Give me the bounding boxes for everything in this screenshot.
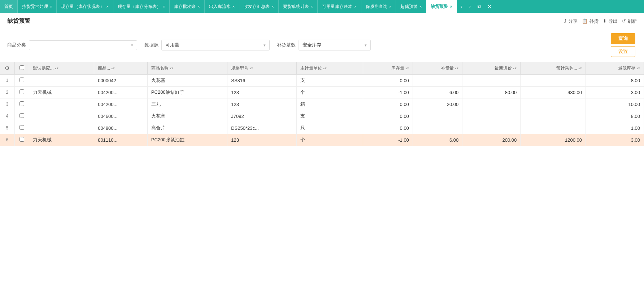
cell-spec: SS816 — [227, 75, 297, 87]
th-check — [14, 62, 29, 75]
tab-home[interactable]: 首页 — [0, 0, 18, 13]
th-goods-name[interactable]: 商品名称 ▴▾ — [147, 62, 227, 75]
category-label: 商品分类 — [7, 42, 26, 48]
query-button[interactable]: 查询 — [611, 33, 635, 44]
cell-checkbox[interactable] — [14, 98, 29, 110]
export-label: 导出 — [608, 18, 618, 25]
th-stock[interactable]: 库存量 ▴▾ — [363, 62, 413, 75]
select-all-checkbox[interactable] — [19, 65, 24, 70]
cell-replenish-qty — [413, 75, 462, 87]
cell-stock: 0.00 — [363, 98, 413, 110]
cell-spec: J7092 — [227, 110, 297, 122]
tab-close-rs[interactable]: × — [271, 5, 274, 9]
cell-spec: 123 — [227, 87, 297, 98]
tab-next-button[interactable]: › — [466, 0, 474, 13]
cell-checkbox[interactable] — [14, 75, 29, 87]
tab-close-iof[interactable]: × — [232, 5, 235, 9]
tab-close-css[interactable]: × — [106, 5, 108, 9]
cell-stock: 0.00 — [363, 122, 413, 134]
tab-close-all-button[interactable]: ✕ — [484, 0, 495, 13]
th-spec[interactable]: 规格型号 ▴▾ — [227, 62, 297, 75]
tab-prev-button[interactable]: ‹ — [457, 0, 466, 13]
tab-in-out-flow[interactable]: 出入库流水 × — [205, 0, 239, 13]
replenish-base-chevron-icon: ▾ — [365, 43, 367, 48]
th-latest-price[interactable]: 最新进价 ▴▾ — [462, 62, 521, 75]
tab-batch-account[interactable]: 库存批次账 × — [170, 0, 204, 13]
tab-current-stock-dist[interactable]: 现存量（库存分布表） × — [113, 0, 170, 13]
table-header-row: ⚙ 默认供应... ▴▾ 商品... ▴▾ — [0, 62, 644, 75]
cell-goods-code: 004200... — [94, 98, 148, 110]
cell-checkbox[interactable] — [14, 134, 29, 146]
cell-checkbox[interactable] — [14, 122, 29, 134]
th-default-supplier[interactable]: 默认供应... ▴▾ — [29, 62, 94, 75]
th-min-stock[interactable]: 最低库存 ▴▾ — [586, 62, 644, 75]
row-checkbox[interactable] — [19, 89, 24, 94]
cell-supplier — [29, 110, 94, 122]
tab-order-stats[interactable]: 要货单统计表 × — [279, 0, 318, 13]
th-goods-code[interactable]: 商品... ▴▾ — [94, 62, 148, 75]
cell-est-purchase — [521, 98, 586, 110]
tab-restore-button[interactable]: ⧉ — [474, 0, 484, 13]
action-buttons: 查询 设置 — [611, 33, 637, 57]
category-chevron-icon: ▾ — [131, 43, 133, 48]
cell-replenish-qty: 6.00 — [413, 87, 462, 98]
header-actions: ⤴ 分享 📋 补货 ⬇ 导出 ↺ 刷新 — [564, 18, 637, 25]
sort-unit-icon: ▴▾ — [323, 67, 327, 70]
cell-min-stock: 8.00 — [586, 75, 644, 87]
tab-close-al[interactable]: × — [354, 5, 356, 9]
tab-close-csd[interactable]: × — [163, 5, 165, 9]
row-checkbox[interactable] — [19, 78, 24, 82]
tab-close-ow[interactable]: × — [419, 5, 422, 9]
tab-receive-summary[interactable]: 收发存汇总表 × — [239, 0, 278, 13]
cell-min-stock: 1.00 — [586, 122, 644, 134]
row-checkbox[interactable] — [19, 113, 24, 118]
tab-expiry-query[interactable]: 保质期查询 × — [361, 0, 396, 13]
th-unit[interactable]: 主计量单位 ▴▾ — [296, 62, 363, 75]
tab-available-ledger[interactable]: 可用量库存账本 × — [318, 0, 361, 13]
export-icon: ⬇ — [603, 18, 607, 24]
cell-latest-price: 200.00 — [462, 134, 521, 146]
cell-replenish-qty: 20.00 — [413, 98, 462, 110]
cell-checkbox[interactable] — [14, 110, 29, 122]
datasource-select[interactable]: 可用量 ▾ — [161, 40, 270, 50]
tab-close-ba[interactable]: × — [197, 5, 200, 9]
row-checkbox[interactable] — [19, 125, 24, 130]
export-action[interactable]: ⬇ 导出 — [603, 18, 618, 25]
sort-supplier-icon: ▴▾ — [55, 67, 58, 70]
refresh-action[interactable]: ↺ 刷新 — [622, 18, 637, 25]
cell-supplier: 力天机械 — [29, 87, 94, 98]
cell-row-num: 4 — [0, 110, 14, 122]
row-checkbox[interactable] — [19, 101, 24, 106]
category-select[interactable]: ▾ — [29, 40, 137, 50]
share-action[interactable]: ⤴ 分享 — [564, 18, 578, 25]
replenish-base-select[interactable]: 安全库存 ▾ — [299, 40, 371, 50]
cell-spec: 123 — [227, 98, 297, 110]
th-est-purchase[interactable]: 预计采购... ▴▾ — [521, 62, 586, 75]
replenish-action[interactable]: 📋 补货 — [582, 18, 599, 25]
row-checkbox[interactable] — [19, 137, 24, 142]
sort-replenish-icon: ▴▾ — [455, 67, 458, 70]
sort-price-icon: ▴▾ — [513, 67, 517, 70]
tab-overstock-warning[interactable]: 超储预警 × — [396, 0, 426, 13]
settings-button[interactable]: 设置 — [611, 46, 635, 57]
tab-defect-processing[interactable]: 拣货异常处理 × — [18, 0, 57, 13]
cell-stock: -1.00 — [363, 134, 413, 146]
cell-goods-name: 离合片 — [147, 122, 227, 134]
tab-close-sw[interactable]: × — [450, 5, 452, 9]
cell-row-num: 5 — [0, 122, 14, 134]
cell-min-stock: 8.00 — [586, 110, 644, 122]
filter-group-datasource: 数据源 可用量 ▾ — [144, 40, 270, 50]
tab-shortage-warning[interactable]: 缺货预警 × — [426, 0, 457, 13]
tab-close-defect[interactable]: × — [50, 5, 52, 9]
gear-icon[interactable]: ⚙ — [5, 65, 9, 71]
page-header: 缺货预警 ⤴ 分享 📋 补货 ⬇ 导出 ↺ 刷新 — [0, 13, 644, 28]
table-row: 2力天机械004200...PC200油缸缸子123个-1.006.0080.0… — [0, 87, 644, 98]
th-settings[interactable]: ⚙ — [0, 62, 14, 75]
tab-close-os[interactable]: × — [311, 5, 313, 9]
tab-current-stock-status[interactable]: 现存量（库存状况表） × — [57, 0, 113, 13]
replenish-base-label: 补货基数 — [277, 42, 296, 48]
tab-close-eq[interactable]: × — [389, 5, 391, 9]
th-replenish-qty[interactable]: 补货量 ▴▾ — [413, 62, 462, 75]
table-row: 10000042火花塞SS816支0.008.00 — [0, 75, 644, 87]
cell-checkbox[interactable] — [14, 87, 29, 98]
